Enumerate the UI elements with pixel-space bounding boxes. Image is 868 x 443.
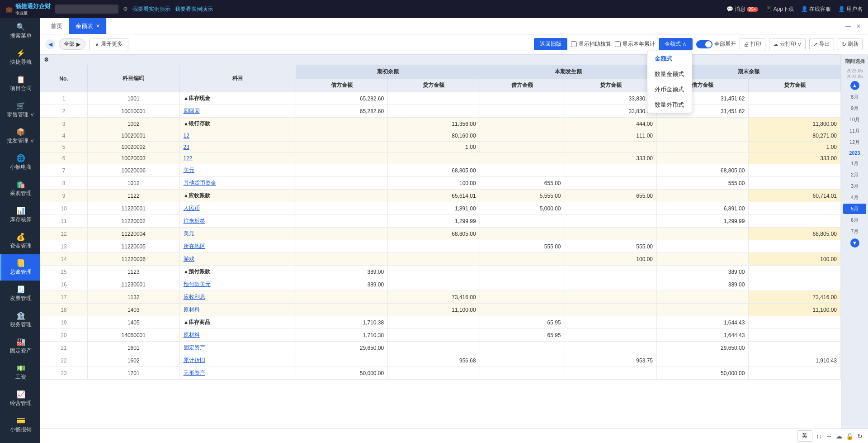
account-name-cell[interactable]: ▲库存现金: [179, 92, 296, 105]
sidebar-item-operation[interactable]: 📈 经营管理: [0, 386, 40, 412]
sidebar-item-finance[interactable]: 💰 资金管理: [0, 228, 40, 254]
account-link[interactable]: 所在地区: [184, 243, 205, 249]
account-link[interactable]: 回回回: [184, 108, 200, 114]
sidebar-item-expense[interactable]: 💳 小畅报销: [0, 412, 40, 438]
sidebar-item-assets[interactable]: 🏭 固定资产: [0, 333, 40, 359]
down-arrow-btn[interactable]: ▼: [850, 238, 859, 248]
refresh-bottom-icon[interactable]: ↻: [857, 433, 863, 440]
month-2[interactable]: 2月: [843, 170, 866, 180]
helper-checkbox-input[interactable]: [571, 41, 577, 47]
lang-btn[interactable]: 英: [797, 430, 812, 442]
online-btn[interactable]: 👤 在线客服: [801, 5, 831, 13]
account-name-cell[interactable]: ▲应收账款: [179, 190, 296, 202]
account-name-cell[interactable]: ▲预付账款: [179, 266, 296, 278]
show-helper-checkbox[interactable]: 显示辅助核算: [571, 40, 611, 48]
month-6[interactable]: 6月: [843, 215, 866, 225]
row-number: 10: [40, 202, 88, 215]
month-12[interactable]: 12月: [843, 137, 866, 148]
account-link[interactable]: 无形资产: [184, 370, 205, 376]
back-nav-btn[interactable]: ◀: [45, 39, 55, 49]
settings-icon[interactable]: ⚙: [123, 6, 128, 12]
window-minimize-icon[interactable]: —: [843, 23, 854, 29]
sidebar-item-nav[interactable]: ⚡ 快捷导航: [0, 44, 40, 71]
account-link[interactable]: 12: [184, 133, 189, 139]
dropdown-item-foreign[interactable]: 外币金额式: [647, 82, 692, 97]
cl-credit-cell: [749, 342, 841, 354]
app-btn[interactable]: 📱 App下载: [765, 5, 794, 13]
year-checkbox-input[interactable]: [615, 41, 621, 47]
account-link[interactable]: 原材料: [184, 306, 200, 313]
sidebar-item-ledger[interactable]: 📒 总账管理: [0, 254, 40, 281]
account-name-cell[interactable]: ▲银行存款: [179, 118, 296, 130]
year-2023[interactable]: 2023: [843, 148, 866, 157]
settings-icon[interactable]: ⚙: [44, 57, 49, 63]
month-11[interactable]: 11月: [843, 126, 866, 136]
sidebar-item-inventory[interactable]: 📊 库存核算: [0, 202, 40, 228]
sidebar-item-invoice[interactable]: 🧾 发票管理: [0, 281, 40, 307]
sidebar-item-basic[interactable]: ℹ️ 基础信息: [0, 438, 40, 443]
sidebar-item-ecommerce[interactable]: 🌐 小畅电商: [0, 149, 40, 176]
sidebar-item-retail[interactable]: 🛒 零售管理 ∨: [0, 97, 40, 123]
account-link[interactable]: 原材料: [184, 332, 200, 338]
all-nav-pill[interactable]: 全部 ▶: [59, 38, 85, 50]
window-close-icon[interactable]: ✕: [854, 23, 863, 29]
sidebar-item-purchase[interactable]: 🛍️ 采购管理: [0, 176, 40, 202]
month-9[interactable]: 9月: [843, 103, 866, 114]
tab-close-icon[interactable]: ✕: [96, 23, 100, 29]
user-btn[interactable]: 👤 用户名: [838, 5, 863, 13]
sort-icon[interactable]: ↑↓: [816, 433, 822, 440]
expand-more-btn[interactable]: ∨ 展开更多: [89, 38, 128, 50]
toggle-track[interactable]: [696, 40, 712, 48]
account-link[interactable]: 累计折旧: [184, 357, 205, 363]
sidebar-item-contract[interactable]: 📋 项目合同: [0, 71, 40, 97]
account-link[interactable]: 游戏: [184, 256, 194, 262]
msg-btn[interactable]: 💬 消息 99+: [726, 5, 758, 13]
account-name-cell: 固定资产: [179, 342, 296, 354]
op-debit-cell: [296, 164, 387, 177]
up-arrow-btn[interactable]: ▲: [850, 81, 859, 90]
account-link[interactable]: 23: [184, 144, 189, 150]
month-8[interactable]: 8月: [843, 92, 866, 102]
month-7[interactable]: 7月: [843, 226, 866, 237]
expand-all-toggle[interactable]: 全部展开: [696, 40, 736, 48]
account-link[interactable]: 其他货币资金: [184, 180, 216, 186]
account-link[interactable]: 预付款美元: [184, 281, 211, 287]
refresh-btn[interactable]: ↻ 刷新: [838, 38, 863, 50]
month-5[interactable]: 5月: [843, 204, 866, 214]
account-link[interactable]: 固定资产: [184, 344, 205, 351]
sidebar-item-wholesale[interactable]: 📦 批发管理 ∨: [0, 123, 40, 149]
dropdown-item-qty-foreign[interactable]: 数量外币式: [647, 97, 692, 113]
month-4[interactable]: 4月: [843, 192, 866, 203]
cloud-print-btn[interactable]: ☁ 云打印 ∨: [769, 38, 806, 50]
resize-icon[interactable]: ↔: [826, 433, 832, 440]
month-3[interactable]: 3月: [843, 181, 866, 191]
return-old-btn[interactable]: 返回旧版: [534, 38, 567, 50]
export-btn[interactable]: ↗ 导出: [809, 38, 834, 50]
account-link[interactable]: 应收利息: [184, 294, 205, 300]
account-link[interactable]: 122: [184, 155, 193, 162]
account-name-cell[interactable]: ▲库存商品: [179, 316, 296, 329]
mode-dropdown-btn[interactable]: 金额式 ∧ 金额式 数量金额式 外币金额式 数量外币式: [659, 38, 693, 50]
tab-balance[interactable]: 余额表 ✕: [69, 18, 107, 34]
dropdown-item-qty-amount[interactable]: 数量金额式: [647, 67, 692, 82]
account-link[interactable]: 人民币: [184, 205, 200, 211]
account-link[interactable]: 往来标签: [184, 218, 205, 224]
sidebar-item-search[interactable]: 🔍 搜索菜单: [0, 18, 40, 44]
month-10[interactable]: 10月: [843, 114, 866, 125]
top-search-input[interactable]: [55, 5, 118, 14]
sidebar-item-tax[interactable]: 🏦 税务管理: [0, 307, 40, 333]
sidebar-item-label: 搜索菜单: [3, 32, 38, 40]
print-btn[interactable]: 🖨 打印: [740, 38, 765, 50]
cloud-sync-icon[interactable]: ☁: [836, 433, 842, 440]
sidebar-item-salary[interactable]: 💵 工资: [0, 359, 40, 386]
account-link[interactable]: 美元: [184, 230, 194, 237]
lock-icon[interactable]: 🔒: [846, 433, 854, 440]
demo-link-text[interactable]: 我要看实例演示: [175, 5, 213, 13]
demo-link[interactable]: 我要看实例演示: [132, 5, 170, 13]
account-link[interactable]: 美元: [184, 167, 194, 173]
show-year-checkbox[interactable]: 显示本年累计: [615, 40, 655, 48]
table-wrapper[interactable]: ⚙ No. 科目编码 科目 期初余额 本期发生额 期末余额 借方金额: [40, 54, 841, 429]
dropdown-item-amount[interactable]: 金额式: [647, 51, 692, 67]
tab-home[interactable]: 首页: [44, 18, 69, 34]
month-1[interactable]: 1月: [843, 158, 866, 169]
